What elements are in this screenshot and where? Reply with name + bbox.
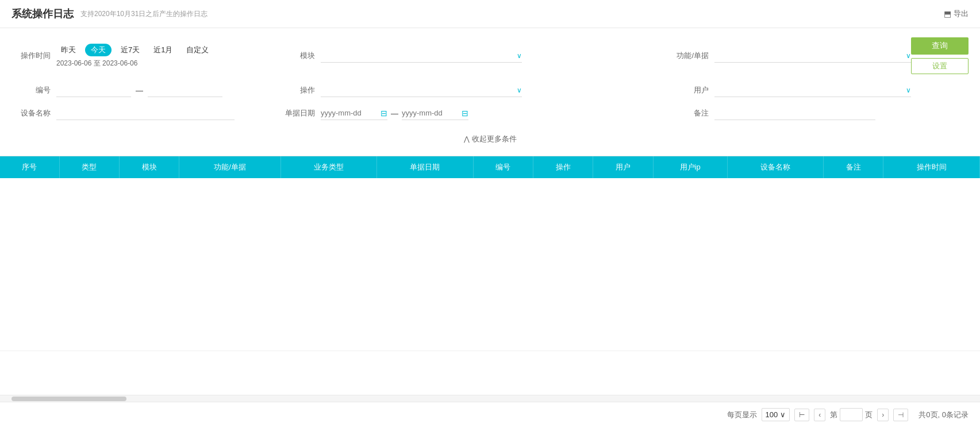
collapse-chevron-icon: ⋀ — [464, 135, 470, 143]
page-prev-button[interactable]: ‹ — [814, 409, 825, 421]
table-area: 序号 类型 模块 功能/单据 业务类型 单据日期 编号 操作 用户 用户ip 设… — [0, 156, 980, 395]
scrollbar-thumb[interactable] — [11, 397, 126, 401]
page-first-button[interactable]: ⊢ — [794, 409, 809, 421]
table-header-row: 序号 类型 模块 功能/单据 业务类型 单据日期 编号 操作 用户 用户ip 设… — [0, 156, 980, 178]
date-to-wrap: ⊟ — [402, 106, 468, 120]
device-label: 设备名称 — [11, 108, 51, 118]
date-range: ⊟ — ⊟ — [321, 106, 468, 120]
table-body — [0, 178, 980, 351]
date-from-input[interactable] — [321, 106, 378, 120]
operation-dropdown-arrow[interactable]: ∨ — [517, 86, 522, 94]
setting-button[interactable]: 设置 — [911, 58, 969, 74]
operation-input[interactable] — [321, 83, 517, 97]
number-range-dash: — — [136, 86, 143, 95]
page-next-button[interactable]: › — [877, 409, 889, 421]
date-to-input[interactable] — [402, 106, 459, 120]
number-from-input[interactable] — [56, 83, 131, 97]
time-filter-col: 操作时间 昨天 今天 近7天 近1月 自定义 2023-06-06 至 2023… — [11, 44, 276, 68]
remarks-label: 备注 — [670, 108, 709, 118]
filter-row-1: 操作时间 昨天 今天 近7天 近1月 自定义 2023-06-06 至 2023… — [11, 37, 969, 74]
time-btn-today[interactable]: 今天 — [85, 44, 112, 56]
date-filter-col: 单据日期 ⊟ — ⊟ — [276, 106, 670, 120]
module-filter-col: 模块 ∨ — [276, 49, 670, 63]
page-num-input[interactable]: 1 — [840, 408, 863, 421]
query-button[interactable]: 查询 — [911, 37, 969, 55]
col-op-time: 操作时间 — [883, 156, 980, 178]
col-doc-date: 单据日期 — [377, 156, 473, 178]
col-function: 功能/单据 — [179, 156, 280, 178]
number-to-input[interactable] — [148, 83, 222, 97]
module-input[interactable] — [321, 49, 517, 62]
pagination-bar: 每页显示 100 ∨ ⊢ ‹ 第 1 页 › ⊣ 共0页, 0条记录 — [0, 402, 980, 427]
total-info: 共0页, 0条记录 — [918, 410, 969, 420]
calendar-from-icon[interactable]: ⊟ — [381, 109, 387, 118]
operation-filter-col: 操作 ∨ — [276, 83, 670, 97]
page-info: 第 1 页 — [830, 408, 873, 421]
module-label: 模块 — [276, 51, 315, 61]
time-btn-1month[interactable]: 近1月 — [149, 44, 177, 56]
filter-row-3: 设备名称 单据日期 ⊟ — ⊟ 备注 — [11, 106, 969, 120]
col-user-ip: 用户ip — [653, 156, 727, 178]
data-table: 序号 类型 模块 功能/单据 业务类型 单据日期 编号 操作 用户 用户ip 设… — [0, 156, 980, 351]
page-size-arrow-icon: ∨ — [780, 410, 786, 419]
time-buttons: 昨天 今天 近7天 近1月 自定义 — [56, 44, 213, 56]
col-device-name: 设备名称 — [727, 156, 823, 178]
page-size-label: 每页显示 — [727, 410, 757, 420]
horizontal-scrollbar[interactable] — [0, 395, 980, 402]
table-header: 序号 类型 模块 功能/单据 业务类型 单据日期 编号 操作 用户 用户ip 设… — [0, 156, 980, 178]
empty-row — [0, 178, 980, 351]
date-from-wrap: ⊟ — [321, 106, 387, 120]
operation-dropdown[interactable]: ∨ — [321, 83, 522, 97]
collapse-bar: ⋀ 收起更多条件 — [11, 129, 969, 147]
col-number: 编号 — [473, 156, 533, 178]
module-dropdown[interactable]: ∨ — [321, 49, 522, 63]
page-last-button[interactable]: ⊣ — [893, 409, 908, 421]
function-input[interactable] — [714, 49, 906, 62]
user-input[interactable] — [714, 83, 906, 97]
user-dropdown[interactable]: ∨ — [714, 83, 911, 97]
page-subtitle: 支持2020年10月31日之后产生的操作日志 — [80, 9, 207, 19]
device-input[interactable] — [56, 106, 235, 120]
col-module: 模块 — [120, 156, 179, 178]
date-label: 单据日期 — [276, 108, 315, 118]
export-button[interactable]: ⬒ 导出 — [944, 9, 969, 19]
page-size-value: 100 — [766, 410, 778, 419]
export-label: 导出 — [954, 9, 969, 19]
operation-time-label: 操作时间 — [11, 51, 51, 61]
col-business-type: 业务类型 — [280, 156, 376, 178]
function-dropdown[interactable]: ∨ — [714, 49, 911, 63]
time-btn-custom[interactable]: 自定义 — [182, 44, 213, 56]
page-size-select[interactable]: 100 ∨ — [762, 408, 790, 421]
device-filter-col: 设备名称 — [11, 106, 276, 120]
user-label: 用户 — [670, 85, 709, 95]
page-header: 系统操作日志 支持2020年10月31日之后产生的操作日志 ⬒ 导出 — [0, 0, 980, 28]
function-label: 功能/单据 — [670, 51, 709, 61]
filter-row-2: 编号 — 操作 ∨ 用户 ∨ — [11, 83, 969, 97]
page-unit: 页 — [865, 410, 873, 420]
user-filter-col: 用户 ∨ — [670, 83, 911, 97]
collapse-label: 收起更多条件 — [472, 134, 517, 144]
time-range-display: 2023-06-06 至 2023-06-06 — [56, 59, 213, 68]
col-operation: 操作 — [533, 156, 593, 178]
number-label: 编号 — [11, 85, 51, 95]
col-index: 序号 — [0, 156, 59, 178]
time-btn-7days[interactable]: 近7天 — [116, 44, 144, 56]
page-wrapper: 系统操作日志 支持2020年10月31日之后产生的操作日志 ⬒ 导出 操作时间 … — [0, 0, 980, 427]
export-icon: ⬒ — [944, 9, 951, 18]
calendar-to-icon[interactable]: ⊟ — [462, 109, 468, 118]
remarks-input[interactable] — [714, 106, 875, 120]
remarks-filter-col: 备注 — [670, 106, 911, 120]
filter-area: 操作时间 昨天 今天 近7天 近1月 自定义 2023-06-06 至 2023… — [0, 28, 980, 156]
number-filter-col: 编号 — — [11, 83, 276, 97]
time-btn-yesterday[interactable]: 昨天 — [56, 44, 80, 56]
module-dropdown-arrow[interactable]: ∨ — [517, 52, 522, 60]
collapse-button[interactable]: ⋀ 收起更多条件 — [464, 134, 517, 144]
col-user: 用户 — [593, 156, 653, 178]
user-dropdown-arrow[interactable]: ∨ — [906, 86, 911, 94]
empty-cell — [0, 178, 980, 351]
time-filter: 昨天 今天 近7天 近1月 自定义 2023-06-06 至 2023-06-0… — [56, 44, 213, 68]
date-range-dash: — — [391, 109, 398, 118]
function-dropdown-arrow[interactable]: ∨ — [906, 52, 911, 60]
number-range: — — [56, 83, 222, 97]
operation-label: 操作 — [276, 85, 315, 95]
